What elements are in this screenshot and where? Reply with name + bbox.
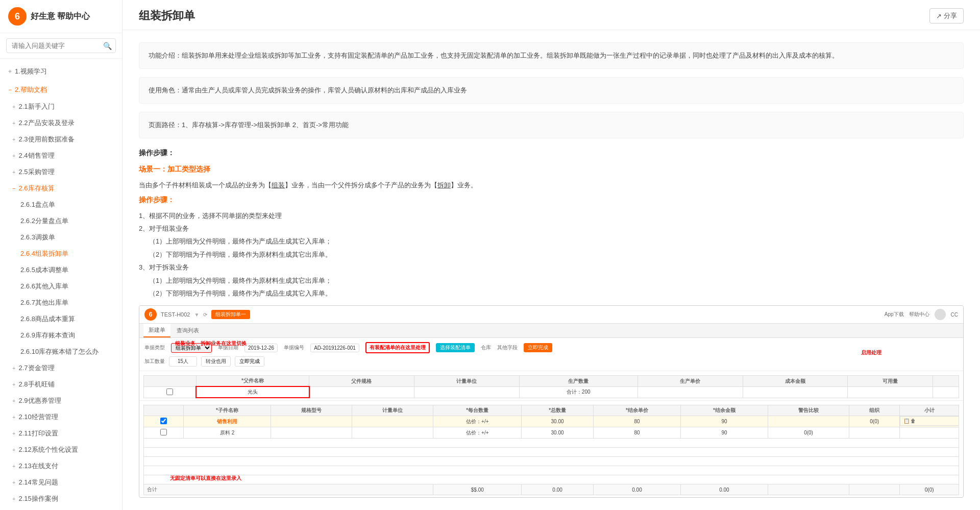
sidebar-item-split-inventory[interactable]: 2.6.2分量盘点单	[0, 213, 122, 229]
logo-area: 6 好生意 帮助中心	[0, 0, 122, 33]
nav-sub-section-install: + 2.2产品安装及登录	[0, 115, 122, 131]
cell-price2: 80	[594, 427, 681, 439]
sidebar-item-inventory[interactable]: 2.6.1盘点单	[0, 197, 122, 213]
col-qty: 生产数量	[519, 376, 638, 387]
sidebar-item-mobile[interactable]: + 2.8手机旺铺	[0, 376, 122, 393]
sidebar-item-label: 2.11打印设置	[18, 429, 58, 438]
sidebar-item-stock-error[interactable]: 2.6.10库存账本错了怎么办	[0, 344, 122, 360]
cell-price2: 80	[594, 416, 681, 427]
mock-user-label: CC	[951, 312, 958, 318]
intro-block: 功能介绍：组装拆卸单用来处理企业组装或拆卸等加工业务，支持有固定装配清单的产品加…	[139, 42, 964, 69]
sidebar-item-cases[interactable]: + 2.15操作案例	[0, 491, 122, 507]
col-spec2: 规格型号	[271, 405, 352, 416]
sidebar-item-other-out[interactable]: 2.6.7其他出库单	[0, 295, 122, 311]
step-3-1: （1）上部明细为父件明细，最终作为原材料生成其它出库单；	[149, 275, 964, 286]
table-row: 光头 合计：200	[144, 386, 959, 398]
mock-field-label-extra2: 其他字段	[497, 344, 518, 351]
mock-topbar-right: App下载 帮助中心 CC	[885, 309, 958, 320]
plus-icon: +	[12, 447, 15, 453]
row-checkbox[interactable]	[166, 388, 173, 395]
steps-title: 操作步骤：	[139, 196, 964, 205]
sidebar-item-install[interactable]: + 2.2产品安装及登录	[0, 115, 122, 131]
sidebar-item-coupon[interactable]: + 2.9优惠券管理	[0, 393, 122, 409]
sidebar-item-data[interactable]: + 2.3使用前数据准备	[0, 131, 122, 148]
plus-icon: +	[12, 463, 15, 469]
foot-blank1: 0.00	[522, 484, 594, 495]
sidebar-item-assembly[interactable]: 2.6.4组装拆卸单	[0, 246, 122, 262]
nav-sub-section-sales: + 2.4销售管理	[0, 148, 122, 164]
cell-item: 原料 2	[184, 427, 271, 439]
nav-sub-section-print: + 2.11打印设置	[0, 425, 122, 442]
nav-sub-section-newbie: + 2.1新手入门	[0, 99, 122, 115]
sidebar-item-stock-query[interactable]: 2.6.9库存账本查询	[0, 327, 122, 344]
search-input[interactable]	[6, 38, 116, 53]
mock-select-type[interactable]: 组装拆卸单	[171, 343, 212, 353]
sidebar-item-purchase[interactable]: + 2.5采购管理	[0, 164, 122, 180]
nav-sub-section-ops: + 2.10经营管理	[0, 409, 122, 425]
minus-icon: −	[8, 86, 12, 93]
sidebar-item-faq[interactable]: + 2.14常见问题	[0, 474, 122, 491]
cell-check[interactable]	[144, 416, 184, 427]
empty-row	[144, 466, 959, 475]
mock-expand-btn[interactable]: 立即完成	[235, 356, 264, 367]
col-edit: 组织	[849, 405, 900, 416]
search-area[interactable]: 🔍	[0, 33, 122, 59]
sidebar-item-label: 2.9优惠券管理	[18, 396, 61, 405]
role-text: 使用角色：通常由生产人员或库管人员完成拆装业务的操作，库管人员确认原材料的出库和…	[149, 86, 467, 94]
sidebar-item-label: 2.3使用前数据准备	[18, 135, 74, 144]
cell-spec2	[271, 427, 352, 439]
plus-icon: +	[12, 479, 15, 485]
foot-blank5	[849, 484, 900, 495]
share-button[interactable]: ↗ 分享	[929, 8, 964, 23]
sidebar-item-sales[interactable]: + 2.4销售管理	[0, 148, 122, 164]
nav-sub-section-warehouse: − 2.6库存核算 2.6.1盘点单 2.6.2分量盘点单 2.6.3调拨单 2…	[0, 180, 122, 360]
mock-main-btn[interactable]: 组装拆卸单一	[211, 310, 250, 319]
sidebar-item-warehouse[interactable]: − 2.6库存核算	[0, 180, 122, 197]
sidebar-item-ops[interactable]: + 2.10经营管理	[0, 409, 122, 425]
nav-sub-section-online-pay: + 2.13在线支付	[0, 458, 122, 474]
page-body: 功能介绍：组装拆卸单用来处理企业组装或拆卸等加工业务，支持有固定装配清单的产品加…	[122, 30, 980, 510]
foot-blank6: 0(0)	[900, 484, 959, 495]
cell-item: 销售利用	[184, 416, 271, 427]
cell-check[interactable]	[144, 386, 197, 398]
table-row: 销售利用 估价：+/+ 30.00 80 90 0(0) 📋🗑	[144, 416, 959, 427]
mock-help-link: 帮助中心	[909, 311, 929, 318]
mock-tab-list[interactable]: 查询列表	[172, 324, 204, 337]
mock-qty-label: 加工数量	[144, 358, 165, 365]
ops-title: 操作步骤：	[139, 149, 964, 158]
sidebar-item-cost-calc[interactable]: 2.6.8商品成本重算	[0, 311, 122, 327]
row-checkbox[interactable]	[160, 429, 167, 435]
mock-select-bom-btn[interactable]: 选择装配清单	[436, 343, 475, 352]
cell-spec	[309, 386, 414, 398]
sidebar-item-label: 2.1新手入门	[18, 102, 54, 111]
step-2-2: （2）下部明细为子件明细，最终作为原材料生成其它出库单。	[149, 249, 964, 260]
foot-blank2: 0.00	[594, 484, 681, 495]
nav-sub-section-purchase: + 2.5采购管理	[0, 164, 122, 180]
cell-edit: 0(0)	[849, 416, 900, 427]
sidebar-item-docs[interactable]: − 2.帮助文档	[0, 81, 122, 99]
plus-icon: +	[12, 104, 15, 110]
sidebar: 6 好生意 帮助中心 🔍 + 1.视频学习 − 2.帮助文档 +	[0, 0, 122, 510]
cell-check[interactable]	[144, 427, 184, 439]
mock-save-btn[interactable]: 立即完成	[524, 343, 552, 352]
cell-price	[638, 386, 743, 398]
nav-sub-section-finance: + 2.7资金管理	[0, 360, 122, 376]
sidebar-item-adjust[interactable]: 2.6.3调拨单	[0, 229, 122, 246]
col-act: 小计	[900, 405, 959, 416]
sidebar-item-other-in[interactable]: 2.6.6其他入库单	[0, 278, 122, 295]
sidebar-item-print[interactable]: + 2.11打印设置	[0, 425, 122, 442]
row-checkbox[interactable]	[160, 418, 167, 424]
sidebar-item-newbie[interactable]: + 2.1新手入门	[0, 99, 122, 115]
cell-cost	[743, 386, 848, 398]
sidebar-item-cost-adjust[interactable]: 2.6.5成本调整单	[0, 262, 122, 278]
sidebar-item-finance[interactable]: + 2.7资金管理	[0, 360, 122, 376]
sidebar-item-personalize[interactable]: + 2.12系统个性化设置	[0, 442, 122, 458]
sidebar-item-label: 2.2产品安装及登录	[18, 118, 74, 128]
sidebar-item-online-pay[interactable]: + 2.13在线支付	[0, 458, 122, 474]
plus-icon: +	[12, 398, 15, 404]
sidebar-item-video[interactable]: + 1.视频学习	[0, 63, 122, 80]
mock-code: TEST-H002	[161, 311, 190, 318]
col-stock2: *结余单价	[594, 405, 681, 416]
mock-tab-new[interactable]: 新建单	[143, 324, 170, 337]
col-avail: 警告比较	[768, 405, 849, 416]
